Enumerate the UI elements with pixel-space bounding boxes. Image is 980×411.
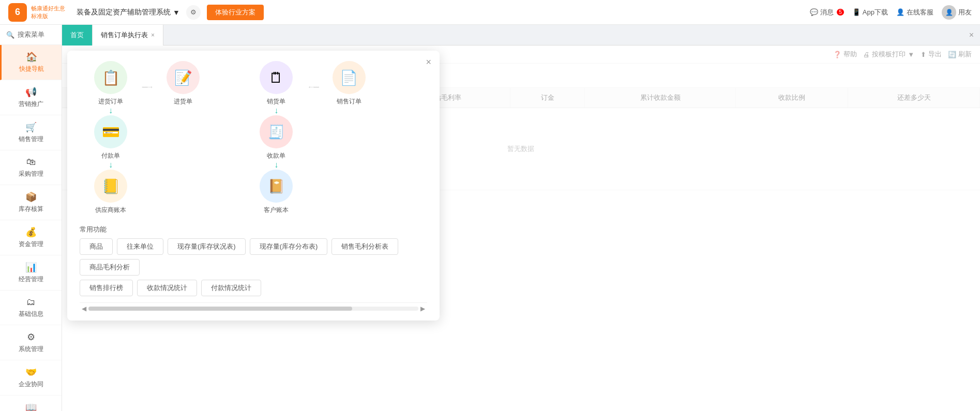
sidebar-item-enterprise[interactable]: 🤝 企业协同	[0, 360, 62, 395]
sidebar-label-basic-info: 基础信息	[19, 310, 43, 318]
sidebar-item-system[interactable]: ⚙ 系统管理	[0, 325, 62, 360]
arrow-down-2: ↓	[274, 106, 278, 115]
receipt-bill-node[interactable]: 🧾 收款单	[245, 115, 307, 160]
common-func-section: 常用功能 商品 往来单位 现存量(库存状况表) 现存量(库存分布表) 销售毛利分…	[80, 225, 427, 296]
content-area: 首页 销售订单执行表 × × ❓ 帮助 🖨 按	[62, 25, 980, 411]
func-btn-receipt-stat[interactable]: 收款情况统计	[137, 280, 197, 296]
app-download-button[interactable]: 📱 App下载	[852, 8, 888, 17]
operation-icon: 📊	[25, 262, 37, 273]
func-btn-product[interactable]: 商品	[80, 238, 113, 255]
sidebar-label-purchase: 采购管理	[19, 170, 43, 178]
func-btn-payment-stat[interactable]: 付款情况统计	[201, 280, 261, 296]
tab-close-icon[interactable]: ×	[151, 32, 155, 39]
tab-sales-order-exec[interactable]: 销售订单执行表 ×	[93, 25, 163, 45]
purchase-bill-label: 进货单	[174, 97, 192, 106]
sidebar-item-quick-nav[interactable]: 🏠 快捷导航	[0, 45, 62, 80]
chevron-down-icon: ▼	[173, 8, 180, 17]
sales-order-node[interactable]: 📄 销售订单	[318, 61, 380, 106]
tabs-bar: 首页 销售订单执行表 × ×	[62, 25, 980, 45]
sales-bill-icon: 🗒	[260, 61, 293, 94]
inventory-icon: 📦	[25, 191, 37, 203]
sidebar-item-operation[interactable]: 📊 经营管理	[0, 255, 62, 291]
trial-button[interactable]: 体验行业方案	[207, 5, 264, 20]
purchase-bill-node[interactable]: 📝 进货单	[152, 61, 214, 106]
settings-icon[interactable]: ⚙	[186, 5, 201, 20]
scroll-thumb	[88, 307, 352, 311]
system-title-select[interactable]: 装备及固定资产辅助管理系统 ▼	[77, 8, 180, 17]
customer-ledger-label: 客户账本	[264, 206, 289, 215]
tab-home-label: 首页	[70, 31, 84, 40]
func-btn-stock-dist[interactable]: 现存量(库存分布表)	[250, 238, 328, 255]
func-buttons-row1: 商品 往来单位 现存量(库存状况表) 现存量(库存分布表) 销售毛利分析表 商品…	[80, 238, 427, 276]
search-menu-button[interactable]: 🔍 搜索菜单	[0, 25, 62, 45]
arrow-down-1: ↓	[109, 106, 113, 115]
user-area[interactable]: 👤 用友	[942, 5, 972, 20]
sidebar-label-sales: 销售管理	[19, 135, 43, 144]
sales-order-label: 销售订单	[337, 97, 361, 106]
sidebar-item-inventory[interactable]: 📦 库存核算	[0, 185, 62, 220]
supplier-ledger-label: 供应商账本	[95, 206, 126, 215]
basic-info-icon: 🗂	[26, 297, 36, 308]
payment-bill-icon: 💳	[94, 115, 127, 148]
sidebar-label-marketing: 营销推广	[19, 100, 43, 109]
receipt-bill-label: 收款单	[267, 151, 285, 160]
tab-close-main-icon[interactable]: ×	[963, 31, 980, 40]
func-btn-partner[interactable]: 往来单位	[117, 238, 163, 255]
logo-icon: 6	[8, 3, 27, 22]
arrow-left-1: ←- - - -	[307, 70, 318, 103]
scroll-right-icon[interactable]: ▶	[418, 305, 427, 312]
flow-popup: × 📋 进货订单 ↓ 💳	[67, 51, 440, 321]
func-btn-sales-rank[interactable]: 销售排行榜	[80, 280, 133, 296]
guide-icon: 📖	[25, 402, 37, 411]
arrow-down-3: ↓	[109, 160, 113, 170]
system-title-text: 装备及固定资产辅助管理系统	[77, 8, 171, 17]
purchase-order-node[interactable]: 📋 进货订单	[80, 61, 142, 106]
sales-bill-node[interactable]: 🗒 销货单	[245, 61, 307, 106]
payment-bill-node[interactable]: 💳 付款单	[80, 115, 142, 160]
user-name: 用友	[958, 8, 972, 17]
system-icon: ⚙	[27, 331, 35, 343]
download-icon: 📱	[852, 8, 861, 16]
payment-bill-label: 付款单	[101, 151, 120, 160]
sidebar: 🔍 搜索菜单 🏠 快捷导航 📢 营销推广 🛒 销售管理 🛍 采购管理 📦	[0, 25, 62, 411]
customer-ledger-node[interactable]: 📔 客户账本	[245, 170, 307, 215]
sidebar-item-guide[interactable]: 📖 新手引导	[0, 395, 62, 411]
sales-bill-label: 销货单	[267, 97, 285, 106]
arrow-down-4: ↓	[274, 160, 278, 170]
popup-close-button[interactable]: ×	[426, 57, 431, 68]
sidebar-label-system: 系统管理	[19, 345, 43, 354]
tab-home[interactable]: 首页	[62, 25, 93, 45]
sidebar-label-inventory: 库存核算	[19, 205, 43, 214]
func-btn-stock-status[interactable]: 现存量(库存状况表)	[168, 238, 246, 255]
sales-order-icon: 📄	[333, 61, 366, 94]
func-btn-sales-profit[interactable]: 销售毛利分析表	[331, 238, 398, 255]
purchase-order-label: 进货订单	[98, 97, 123, 106]
func-buttons-row2: 销售排行榜 收款情况统计 付款情况统计	[80, 280, 427, 296]
logo-text: 畅康通好生意 标准版	[31, 5, 65, 20]
func-btn-product-profit[interactable]: 商品毛利分析	[80, 259, 140, 276]
search-icon: 🔍	[6, 31, 14, 39]
sidebar-label-quick-nav: 快捷导航	[19, 65, 44, 73]
sidebar-item-sales[interactable]: 🛒 销售管理	[0, 115, 62, 150]
flow-overlay: × 📋 进货订单 ↓ 💳	[62, 45, 980, 411]
sidebar-item-finance[interactable]: 💰 资金管理	[0, 220, 62, 255]
sales-icon: 🛒	[25, 121, 37, 133]
online-service-button[interactable]: 👤 在线客服	[896, 8, 933, 17]
home-icon: 🏠	[26, 51, 37, 63]
message-button[interactable]: 💬 消息 5	[810, 8, 844, 17]
customer-ledger-icon: 📔	[260, 170, 293, 203]
service-icon: 👤	[896, 8, 904, 16]
scroll-left-icon[interactable]: ◀	[80, 305, 88, 312]
sidebar-item-purchase[interactable]: 🛍 采购管理	[0, 150, 62, 185]
scroll-track[interactable]	[88, 307, 418, 311]
marketing-icon: 📢	[25, 86, 37, 98]
top-right-area: 💬 消息 5 📱 App下载 👤 在线客服 👤 用友	[810, 5, 972, 20]
app-download-label: App下载	[863, 8, 888, 17]
supplier-ledger-node[interactable]: 📒 供应商账本	[80, 170, 142, 215]
receipt-bill-icon: 🧾	[260, 115, 293, 148]
arrow-right-1: - - - -→	[142, 70, 152, 103]
online-service-label: 在线客服	[907, 8, 933, 17]
sidebar-item-basic-info[interactable]: 🗂 基础信息	[0, 291, 62, 325]
sidebar-item-marketing[interactable]: 📢 营销推广	[0, 80, 62, 115]
message-label: 消息	[820, 8, 834, 17]
